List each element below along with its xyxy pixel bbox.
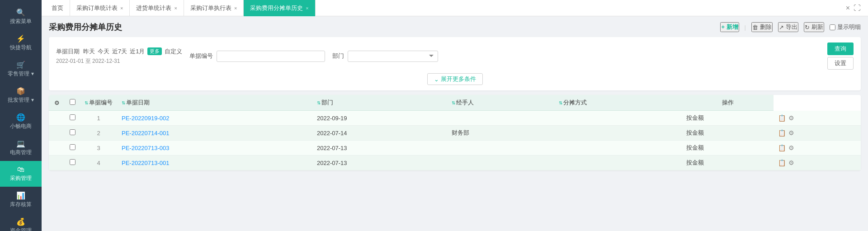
row-doc-date-cell: 2022-09-19 [312, 111, 447, 126]
sidebar-icon: ⚡ [16, 34, 25, 43]
row-dept-cell [447, 156, 554, 170]
sidebar-item-资金管理[interactable]: 💰资金管理 [0, 213, 42, 231]
row-delete-icon-3[interactable]: ⚙ [788, 144, 794, 151]
row-edit-icon-4[interactable]: 📋 [778, 159, 786, 166]
select-all-checkbox[interactable] [70, 99, 75, 105]
tab-close-icon[interactable]: × [306, 5, 308, 11]
row-settings-cell [49, 156, 65, 170]
table-row: 1 PE-20220919-002 2022-09-19 按金额 📋 ⚙ [49, 111, 861, 126]
export-button[interactable]: ↗ 导出 [778, 22, 798, 32]
show-detail-input[interactable] [830, 24, 835, 30]
date-shortcut-1month[interactable]: 近1月 [130, 47, 145, 56]
doc-no-input[interactable] [217, 51, 325, 62]
tab-采购订单统计表[interactable]: 采购订单统计表× [70, 0, 130, 16]
dept-select[interactable]: 财务部 [348, 51, 438, 62]
filter-right-area: 查询 设置 [827, 42, 854, 70]
col-handler[interactable]: ⇅经手人 [447, 95, 554, 111]
refresh-button[interactable]: ↻ 刷新 [804, 22, 824, 32]
row-checkbox-4[interactable] [70, 159, 75, 165]
expand-button[interactable]: ⌄ 展开更多条件 [427, 73, 483, 85]
row-split-method-cell: 按金额 [682, 156, 774, 170]
sidebar-item-小畅电商[interactable]: 🌐小畅电商 [0, 108, 42, 135]
row-check-cell[interactable] [65, 126, 80, 141]
tab-close-icon[interactable]: × [174, 5, 177, 11]
sidebar-label: 批发管理 ▾ [8, 96, 33, 104]
col-dept[interactable]: ⇅部门 [312, 95, 447, 111]
col-settings[interactable]: ⚙ [49, 95, 65, 111]
col-doc-date[interactable]: ⇅单据日期 [117, 95, 312, 111]
row-checkbox-2[interactable] [70, 129, 75, 135]
tab-采购订单执行表[interactable]: 采购订单执行表× [184, 0, 244, 16]
tab-采购费用分摊单历史[interactable]: 采购费用分摊单历史× [244, 0, 315, 16]
row-settings-cell [49, 141, 65, 156]
row-actions-cell: 📋 ⚙ [774, 111, 861, 126]
window-max-icon[interactable]: ⛶ [854, 4, 861, 12]
delete-label: 删除 [760, 23, 772, 31]
row-checkbox-1[interactable] [70, 114, 75, 120]
sort-icon-split-method: ⇅ [559, 100, 562, 105]
row-edit-icon-2[interactable]: 📋 [778, 129, 786, 137]
sidebar-item-搜索菜单[interactable]: 🔍搜索菜单 [0, 4, 42, 30]
doc-no-link-2[interactable]: PE-20220714-001 [122, 130, 170, 137]
doc-no-link-4[interactable]: PE-20220713-001 [122, 160, 170, 166]
add-button[interactable]: + 新增 [720, 22, 739, 32]
sidebar-item-电商管理[interactable]: 💻电商管理 [0, 135, 42, 161]
row-edit-icon-1[interactable]: 📋 [778, 114, 786, 122]
date-shortcuts: 昨天 今天 近7天 近1月 更多 自定义 [83, 47, 182, 56]
date-range-text: 2022-01-01 至 2022-12-31 [56, 57, 182, 65]
row-check-cell[interactable] [65, 156, 80, 170]
sidebar-label: 小畅电商 [10, 123, 32, 130]
tab-进货单统计表[interactable]: 进货单统计表× [130, 0, 184, 16]
query-button[interactable]: 查询 [827, 42, 854, 55]
delete-button[interactable]: 🗑 删除 [751, 22, 773, 32]
sidebar-item-库存核算[interactable]: 📊库存核算 [0, 187, 42, 213]
row-check-cell[interactable] [65, 141, 80, 156]
date-shortcut-7days[interactable]: 近7天 [112, 47, 127, 56]
col-split-method[interactable]: ⇅分摊方式 [554, 95, 682, 111]
col-check[interactable] [65, 95, 80, 111]
sidebar-item-快捷导航[interactable]: ⚡快捷导航 [0, 30, 42, 56]
doc-no-link-3[interactable]: PE-20220713-003 [122, 145, 170, 151]
tab-首页[interactable]: 首页 [45, 0, 70, 16]
row-edit-icon-3[interactable]: 📋 [778, 144, 786, 151]
row-delete-icon-1[interactable]: ⚙ [788, 114, 794, 122]
expand-icon: ⌄ [434, 76, 439, 83]
sort-icon-doc-date: ⇅ [122, 100, 125, 105]
sidebar-item-采购管理[interactable]: 🛍采购管理 [0, 161, 42, 187]
row-check-cell[interactable] [65, 111, 80, 126]
row-checkbox-3[interactable] [70, 144, 75, 150]
row-num-cell: 4 [80, 156, 117, 170]
row-split-method-cell: 按金额 [682, 126, 774, 141]
sidebar-item-批发管理[interactable]: 📦批发管理 ▾ [0, 82, 42, 108]
sidebar-item-零售管理[interactable]: 🛒零售管理 ▾ [0, 56, 42, 82]
doc-no-label: 单据编号 [189, 52, 213, 60]
row-num-cell: 2 [80, 126, 117, 141]
col-doc-no[interactable]: ⇅单据编号 [80, 95, 117, 111]
show-detail-label: 显示明细 [837, 23, 861, 31]
window-close-icon[interactable]: × [846, 4, 850, 12]
row-doc-no-cell[interactable]: PE-20220713-003 [117, 141, 312, 156]
row-delete-icon-4[interactable]: ⚙ [788, 159, 794, 166]
row-delete-icon-2[interactable]: ⚙ [788, 129, 794, 137]
date-shortcut-custom[interactable]: 自定义 [165, 47, 182, 56]
sidebar-icon: 📦 [16, 87, 25, 95]
sort-icon-handler: ⇅ [452, 100, 455, 105]
date-shortcut-yesterday[interactable]: 昨天 [83, 47, 95, 56]
row-dept-cell [447, 111, 554, 126]
tab-close-icon[interactable]: × [120, 5, 123, 11]
show-detail-checkbox[interactable]: 显示明细 [830, 23, 861, 31]
row-doc-no-cell[interactable]: PE-20220714-001 [117, 126, 312, 141]
row-doc-no-cell[interactable]: PE-20220713-001 [117, 156, 312, 170]
refresh-label: 刷新 [811, 23, 823, 31]
row-handler-cell [554, 156, 682, 170]
row-doc-no-cell[interactable]: PE-20220919-002 [117, 111, 312, 126]
sidebar-icon: 🛒 [16, 61, 25, 69]
date-shortcut-today[interactable]: 今天 [98, 47, 109, 56]
tab-close-icon[interactable]: × [234, 5, 237, 11]
export-label: 导出 [786, 23, 797, 31]
row-split-method-cell: 按金额 [682, 111, 774, 126]
setting-button[interactable]: 设置 [827, 57, 854, 70]
date-shortcut-more[interactable]: 更多 [147, 47, 162, 55]
doc-no-filter: 单据编号 [189, 51, 325, 62]
doc-no-link-1[interactable]: PE-20220919-002 [122, 115, 170, 122]
